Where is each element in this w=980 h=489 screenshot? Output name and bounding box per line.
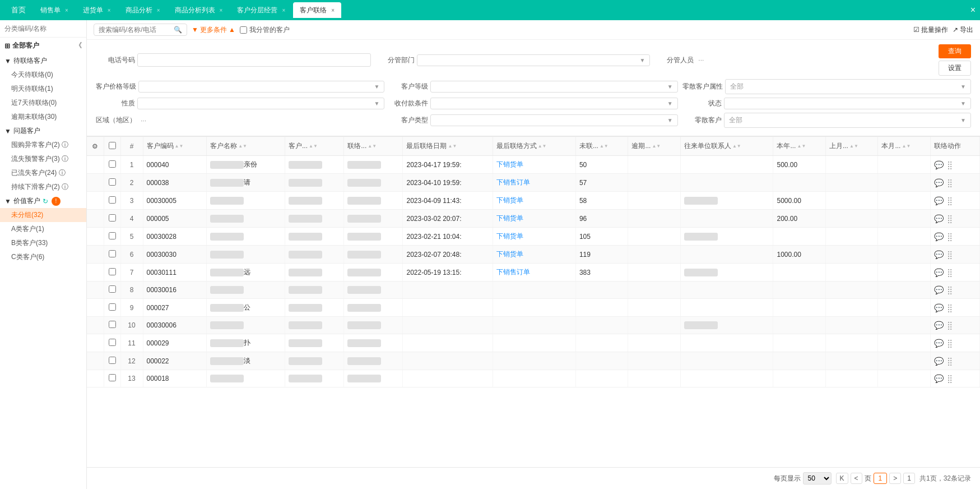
window-close-button[interactable]: × [970, 5, 976, 15]
reset-button[interactable]: 设置 [939, 61, 971, 76]
contact-more-icon[interactable]: ⣿ [947, 374, 953, 383]
contact-more-icon[interactable]: ⣿ [947, 232, 953, 241]
contact-way-link[interactable]: 下销货单 [496, 232, 523, 240]
sidebar-all-customers[interactable]: ⊞ 全部客户 《 [0, 38, 86, 54]
sidebar-section-value[interactable]: ▼ 价值客户 ↻ ! [0, 194, 86, 208]
retail-customer-select[interactable]: 全部 ▼ [724, 113, 971, 128]
query-button[interactable]: 查询 [939, 44, 971, 58]
per-page-select[interactable]: 50 100 200 [803, 472, 832, 485]
sidebar-item-churned[interactable]: 已流失客户(24) ⓘ [0, 166, 86, 180]
first-page-button[interactable]: K [836, 473, 848, 484]
payment-select[interactable]: ▼ [430, 98, 677, 109]
contact-chat-icon[interactable]: 💬 [934, 214, 944, 223]
contact-more-icon[interactable]: ⣿ [947, 178, 953, 187]
tab-product-analysis[interactable]: 商品分析 × [119, 2, 167, 18]
row-checkbox[interactable] [109, 250, 116, 257]
sidebar-item-7day-pending[interactable]: 近7天待联络(0) [0, 96, 86, 110]
contact-more-icon[interactable]: ⣿ [947, 321, 953, 330]
contact-chat-icon[interactable]: 💬 [934, 357, 944, 366]
select-all-checkbox[interactable] [109, 142, 116, 149]
filter-search-icon[interactable]: 🔍 [174, 26, 182, 34]
row-checkbox[interactable] [109, 285, 116, 293]
tab-customer-contact[interactable]: 客户联络 × [293, 2, 341, 18]
contact-way-link[interactable]: 下销货单 [496, 196, 523, 204]
contact-chat-icon[interactable]: 💬 [934, 285, 944, 294]
contact-way-link[interactable]: 下销货单 [496, 214, 523, 222]
row-checkbox[interactable] [109, 339, 116, 346]
next-page-button[interactable]: > [889, 473, 901, 484]
customer-type-select[interactable]: ▼ [430, 114, 677, 126]
contact-way-link[interactable]: 下销售订单 [496, 268, 530, 276]
refresh-icon[interactable]: ↻ [43, 197, 48, 205]
sidebar-collapse-button[interactable]: 《 [75, 41, 82, 50]
contact-chat-icon[interactable]: 💬 [934, 178, 944, 187]
customer-level-select[interactable]: ▼ [430, 81, 677, 93]
tab-product-analysis-list[interactable]: 商品分析列表 × [168, 2, 230, 18]
current-page[interactable]: 1 [874, 473, 888, 484]
col-settings[interactable]: ⚙ [87, 137, 104, 156]
row-checkbox[interactable] [109, 178, 116, 186]
contact-chat-icon[interactable]: 💬 [934, 321, 944, 330]
region-dots[interactable]: ··· [138, 117, 148, 124]
nav-home[interactable]: 首页 [4, 5, 32, 15]
contact-way-link[interactable]: 下销货单 [496, 160, 523, 168]
tab-customer-tier-close[interactable]: × [282, 7, 285, 13]
row-checkbox[interactable] [109, 214, 116, 222]
contact-chat-icon[interactable]: 💬 [934, 196, 944, 205]
contact-way-link[interactable]: 下销货单 [496, 250, 523, 258]
contact-chat-icon[interactable]: 💬 [934, 250, 944, 259]
sidebar-item-overdue-contact[interactable]: 逾期未联络(30) [0, 110, 86, 124]
my-customers-checkbox[interactable]: 我分管的客户 [240, 25, 290, 35]
sidebar-section-pending[interactable]: ▼ 待联络客户 [0, 54, 86, 68]
price-level-select[interactable]: ▼ [138, 81, 384, 93]
row-checkbox[interactable] [109, 321, 116, 328]
row-checkbox[interactable] [109, 374, 116, 381]
tab-sales[interactable]: 销售单 × [34, 2, 75, 18]
contact-chat-icon[interactable]: 💬 [934, 160, 944, 169]
contact-chat-icon[interactable]: 💬 [934, 374, 944, 383]
filter-more-conditions[interactable]: ▼ 更多条件 ▲ [192, 25, 235, 35]
contact-chat-icon[interactable]: 💬 [934, 303, 944, 312]
contact-more-icon[interactable]: ⣿ [947, 357, 953, 366]
sidebar-item-ungrouped[interactable]: 未分组(32) [0, 208, 86, 222]
tab-customer-tier[interactable]: 客户分层经营 × [230, 2, 292, 18]
filter-search-input[interactable] [99, 26, 171, 34]
tab-purchase-close[interactable]: × [108, 7, 111, 13]
prev-page-button[interactable]: < [851, 473, 862, 484]
sidebar-item-class-a[interactable]: A类客户(1) [0, 222, 86, 236]
tab-product-analysis-list-close[interactable]: × [220, 7, 223, 13]
manager-dots[interactable]: ··· [696, 56, 706, 64]
sidebar-item-tomorrow-pending[interactable]: 明天待联络(1) [0, 82, 86, 96]
contact-chat-icon[interactable]: 💬 [934, 339, 944, 348]
batch-operate-button[interactable]: ☑ 批量操作 [913, 25, 948, 35]
contact-more-icon[interactable]: ⣿ [947, 339, 953, 348]
filter-search-box[interactable]: 🔍 [94, 24, 187, 36]
row-checkbox[interactable] [109, 160, 116, 168]
sidebar-item-churn-warning[interactable]: 流失预警客户(3) ⓘ [0, 152, 86, 166]
row-checkbox[interactable] [109, 232, 116, 239]
contact-chat-icon[interactable]: 💬 [934, 232, 944, 241]
export-button[interactable]: ↗ 导出 [953, 25, 973, 35]
row-checkbox[interactable] [109, 268, 116, 275]
sidebar-item-today-pending[interactable]: 今天待联络(0) [0, 68, 86, 82]
contact-more-icon[interactable]: ⣿ [947, 285, 953, 294]
nature-select[interactable]: ▼ [137, 98, 384, 109]
tab-purchase[interactable]: 进货单 × [76, 2, 118, 18]
contact-more-icon[interactable]: ⣿ [947, 196, 953, 205]
status-select[interactable]: ▼ [724, 98, 971, 109]
sidebar-section-problem[interactable]: ▼ 问题客户 [0, 124, 86, 138]
contact-more-icon[interactable]: ⣿ [947, 250, 953, 259]
contact-more-icon[interactable]: ⣿ [947, 160, 953, 169]
phone-input[interactable] [137, 53, 371, 67]
contact-more-icon[interactable]: ⣿ [947, 303, 953, 312]
settings-gear-icon[interactable]: ⚙ [92, 142, 98, 150]
sidebar-item-class-b[interactable]: B类客户(33) [0, 236, 86, 250]
sidebar-search-input[interactable] [4, 25, 87, 33]
row-checkbox[interactable] [109, 357, 116, 364]
contact-way-link[interactable]: 下销售订单 [496, 178, 530, 186]
contact-chat-icon[interactable]: 💬 [934, 268, 944, 277]
contact-more-icon[interactable]: ⣿ [947, 268, 953, 277]
contact-more-icon[interactable]: ⣿ [947, 214, 953, 223]
tab-sales-close[interactable]: × [65, 7, 68, 13]
last-page-button[interactable]: 1 [903, 473, 915, 484]
